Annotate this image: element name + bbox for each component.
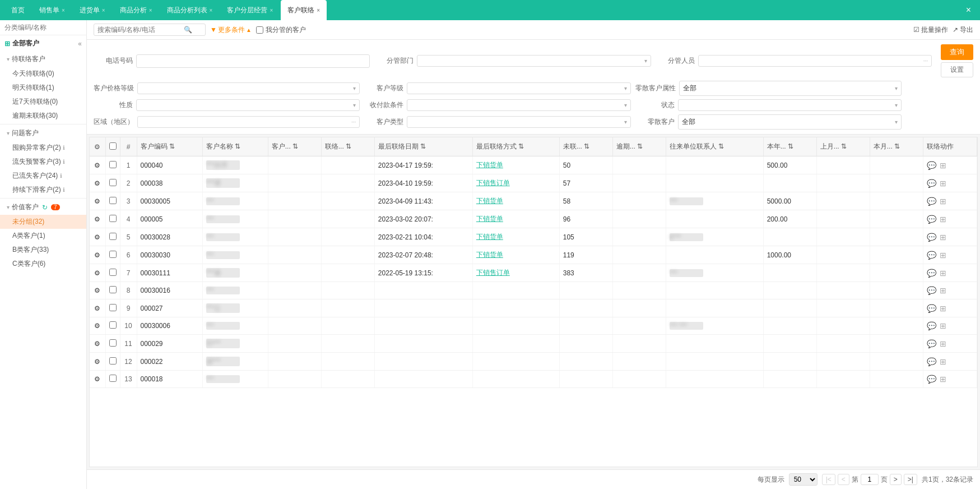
close-purchase-icon[interactable]: × — [102, 7, 105, 13]
row-gear[interactable]: ⚙ — [90, 174, 105, 192]
row-gear[interactable]: ⚙ — [90, 371, 105, 388]
close-product-analysis-list-icon[interactable]: × — [210, 7, 213, 13]
reset-button[interactable]: 设置 — [941, 62, 973, 77]
code-column-header[interactable]: 客户编码 ⇅ — [137, 137, 202, 156]
row-checkbox[interactable] — [105, 317, 120, 335]
grid-action-icon[interactable]: ⊞ — [940, 339, 946, 348]
message-icon[interactable]: 💬 — [927, 339, 936, 348]
last-page-button[interactable]: >| — [904, 474, 917, 485]
sidebar-item-a-class[interactable]: A类客户(1) — [0, 229, 86, 243]
customer-level-select[interactable]: ▾ — [407, 82, 630, 94]
page-number-input[interactable] — [861, 474, 879, 485]
my-customers-check[interactable] — [256, 26, 263, 34]
sidebar-search-bar[interactable]: 🔍 — [0, 20, 86, 35]
row-gear[interactable]: ⚙ — [90, 156, 105, 174]
retail-customer-select[interactable]: 全部 ▾ — [678, 114, 902, 130]
main-search-icon[interactable]: 🔍 — [184, 26, 192, 34]
this-year-column-header[interactable]: 本年... ⇅ — [763, 137, 816, 156]
last-month-column-header[interactable]: 上月... ⇅ — [816, 137, 870, 156]
dept-select[interactable]: ▾ — [417, 55, 651, 67]
row-gear[interactable]: ⚙ — [90, 282, 105, 299]
tab-purchase[interactable]: 进货单 × — [73, 0, 112, 20]
message-icon[interactable]: 💬 — [927, 357, 936, 366]
tab-sales[interactable]: 销售单 × — [32, 0, 72, 20]
grid-action-icon[interactable]: ⊞ — [940, 375, 946, 384]
message-icon[interactable]: 💬 — [927, 375, 936, 384]
message-icon[interactable]: 💬 — [927, 321, 936, 330]
group-value-customers[interactable]: ▾ 价值客户 ↻ 7 — [0, 200, 86, 215]
contact-column-header[interactable]: 联络... ⇅ — [321, 137, 374, 156]
message-icon[interactable]: 💬 — [927, 215, 936, 224]
row-gear[interactable]: ⚙ — [90, 246, 105, 264]
sidebar-item-declining[interactable]: 持续下滑客户(2) ℹ — [0, 183, 86, 197]
tab-product-analysis[interactable]: 商品分析 × — [113, 0, 159, 20]
sidebar-item-churned[interactable]: 已流失客户(24) ℹ — [0, 169, 86, 183]
row-checkbox[interactable] — [105, 228, 120, 246]
retail-attr-select[interactable]: 全部 ▾ — [679, 81, 902, 96]
grid-action-icon[interactable]: ⊞ — [940, 269, 946, 278]
close-customer-contact-icon[interactable]: × — [317, 7, 320, 13]
row-checkbox[interactable] — [105, 264, 120, 282]
grid-action-icon[interactable]: ⊞ — [940, 321, 946, 330]
sidebar-item-overdue-contact[interactable]: 逾期未联络(30) — [0, 109, 86, 123]
row-gear[interactable]: ⚙ — [90, 264, 105, 282]
main-search-box[interactable]: 🔍 — [94, 24, 206, 36]
grid-action-icon[interactable]: ⊞ — [940, 233, 946, 242]
tab-home[interactable]: 首页 — [4, 0, 31, 20]
grid-action-icon[interactable]: ⊞ — [940, 179, 946, 188]
payment-select[interactable]: ▾ — [407, 99, 630, 111]
this-month-column-header[interactable]: 本月... ⇅ — [870, 137, 923, 156]
tab-customer-segment[interactable]: 客户分层经营 × — [220, 0, 280, 20]
next-page-button[interactable]: > — [890, 474, 902, 485]
company-contact-column-header[interactable]: 往来单位联系人 ⇅ — [666, 137, 763, 156]
prev-page-button[interactable]: < — [838, 474, 849, 485]
close-sales-icon[interactable]: × — [62, 7, 65, 13]
group-waiting-contact[interactable]: ▾ 待联络客户 — [0, 52, 86, 67]
row-checkbox[interactable] — [105, 192, 120, 210]
row-gear[interactable]: ⚙ — [90, 210, 105, 228]
customer-type-select[interactable]: ▾ — [407, 116, 630, 128]
row-checkbox[interactable] — [105, 299, 120, 317]
row-checkbox[interactable] — [105, 246, 120, 264]
row-gear[interactable]: ⚙ — [90, 317, 105, 335]
first-page-button[interactable]: |< — [822, 474, 835, 485]
last-contact-date-column-header[interactable]: 最后联络日期 ⇅ — [374, 137, 472, 156]
overdue-column-header[interactable]: 逾期... ⇅ — [612, 137, 666, 156]
sidebar-search-input[interactable] — [4, 24, 87, 31]
message-icon[interactable]: 💬 — [927, 161, 936, 170]
row-checkbox[interactable] — [105, 353, 120, 371]
message-icon[interactable]: 💬 — [927, 269, 936, 278]
close-product-analysis-icon[interactable]: × — [149, 7, 152, 13]
search-button[interactable]: 查询 — [941, 44, 973, 60]
row-checkbox[interactable] — [105, 335, 120, 353]
message-icon[interactable]: 💬 — [927, 286, 936, 295]
message-icon[interactable]: 💬 — [927, 251, 936, 260]
sidebar-item-abnormal[interactable]: 囤购异常客户(2) ℹ — [0, 141, 86, 155]
message-icon[interactable]: 💬 — [927, 304, 936, 313]
grid-action-icon[interactable]: ⊞ — [940, 251, 946, 260]
type-column-header[interactable]: 客户... ⇅ — [268, 137, 321, 156]
grid-action-icon[interactable]: ⊞ — [940, 161, 946, 170]
close-customer-segment-icon[interactable]: × — [270, 7, 273, 13]
price-level-select[interactable]: ▾ — [137, 82, 360, 94]
sidebar-item-ungrouped[interactable]: 未分组(32) — [0, 215, 86, 229]
sidebar-item-churn-warning[interactable]: 流失预警客户(3) ℹ — [0, 155, 86, 169]
nature-select[interactable]: ▾ — [136, 99, 360, 111]
region-select[interactable]: ··· — [137, 116, 360, 128]
more-conditions-button[interactable]: ▼ 更多条件 ▲ — [210, 25, 252, 35]
status-select[interactable]: ▾ — [678, 99, 902, 111]
row-gear[interactable]: ⚙ — [90, 335, 105, 353]
checkbox-column-header[interactable] — [105, 137, 120, 156]
message-icon[interactable]: 💬 — [927, 197, 936, 206]
close-all-button[interactable]: × — [962, 5, 976, 15]
grid-action-icon[interactable]: ⊞ — [940, 286, 946, 295]
row-checkbox[interactable] — [105, 210, 120, 228]
sidebar-item-c-class[interactable]: C类客户(6) — [0, 257, 86, 271]
batch-ops-button[interactable]: ☑ 批量操作 — [913, 25, 948, 35]
sidebar-item-b-class[interactable]: B类客户(33) — [0, 243, 86, 257]
sidebar-collapse-icon[interactable]: « — [78, 40, 82, 48]
all-customers-header[interactable]: ⊞ 全部客户 « — [0, 35, 86, 52]
row-gear[interactable]: ⚙ — [90, 299, 105, 317]
row-checkbox[interactable] — [105, 156, 120, 174]
phone-input[interactable] — [136, 54, 370, 68]
